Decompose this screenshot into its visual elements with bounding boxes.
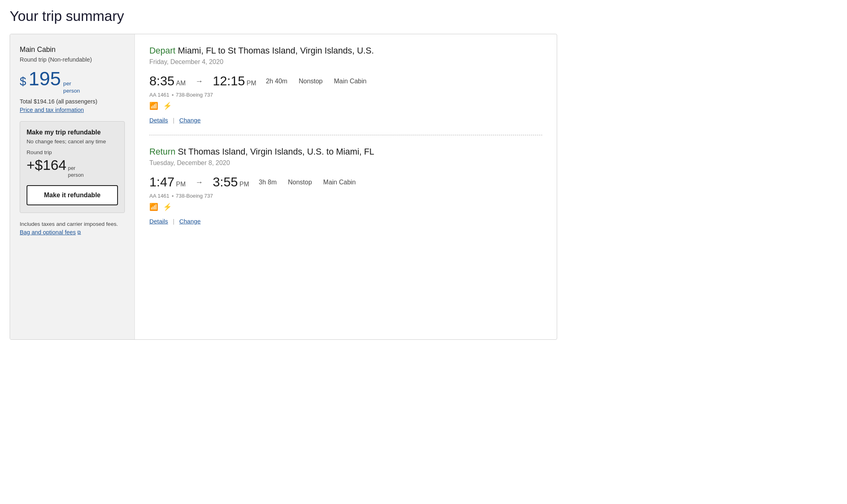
bag-fees-link[interactable]: Bag and optional fees ⧉ [20, 229, 81, 235]
return-flight-section: Return St Thomas Island, Virgin Islands,… [149, 147, 542, 236]
arrive-time-period: PM [247, 80, 256, 87]
refundable-per-person: perperson [68, 165, 84, 178]
return-arrow-icon: → [195, 178, 203, 187]
depart-change-link[interactable]: Change [179, 117, 200, 124]
return-actions: Details | Change [149, 218, 542, 225]
return-date: Tuesday, December 8, 2020 [149, 159, 542, 167]
depart-time-period: AM [176, 80, 186, 87]
refundable-price: +$164 [27, 157, 66, 173]
return-flight-info: AA 1461 738-Boeing 737 [149, 193, 542, 199]
per-person-label: perperson [63, 80, 80, 94]
price-amount: 195 [29, 68, 61, 90]
actions-separator: | [173, 117, 174, 124]
wifi-icon: 📶 [149, 102, 158, 110]
depart-amenities: 📶 ⚡ [149, 102, 542, 110]
refundable-desc: No change fees; cancel any time [27, 138, 118, 145]
depart-flight-section: Depart Miami, FL to St Thomas Island, Vi… [149, 45, 542, 135]
return-arrive-time-value: 3:55 [213, 175, 238, 190]
return-aircraft: 738-Boeing 737 [176, 193, 213, 199]
return-flight-header: Return St Thomas Island, Virgin Islands,… [149, 147, 542, 157]
return-cabin: Main Cabin [323, 179, 356, 186]
return-stops: Nonstop [288, 179, 312, 186]
depart-stops: Nonstop [299, 78, 323, 85]
return-depart-time-value: 1:47 [149, 175, 174, 190]
return-duration: 3h 8m [259, 179, 277, 186]
arrive-time: 12:15 PM [213, 74, 256, 89]
right-panel: Depart Miami, FL to St Thomas Island, Vi… [135, 34, 557, 339]
depart-aircraft: 738-Boeing 737 [176, 92, 213, 98]
depart-duration: 2h 40m [266, 78, 287, 85]
arrow-icon: → [195, 77, 203, 86]
return-arrive-period: PM [240, 181, 249, 188]
depart-time-value: 8:35 [149, 74, 174, 89]
price-row: $ 195 perperson [20, 68, 125, 94]
refundable-title: Make my trip refundable [27, 129, 118, 136]
total-price: Total $194.16 (all passengers) [20, 98, 125, 105]
return-change-link[interactable]: Change [179, 218, 200, 225]
price-tax-link[interactable]: Price and tax information [20, 107, 84, 113]
return-flight-number: AA 1461 [149, 193, 169, 199]
return-arrive-time: 3:55 PM [213, 175, 249, 190]
return-flight-meta: 3h 8m Nonstop Main Cabin [259, 179, 356, 186]
price-dollar: $ [20, 75, 26, 88]
return-amenities: 📶 ⚡ [149, 203, 542, 211]
refundable-trip-type: Round trip [27, 149, 118, 155]
depart-actions: Details | Change [149, 117, 542, 124]
return-direction: Return [149, 147, 178, 157]
depart-route: Miami, FL to St Thomas Island, Virgin Is… [178, 45, 374, 56]
refundable-price-row: +$164 perperson [27, 157, 118, 178]
return-depart-period: PM [176, 181, 186, 188]
depart-flight-number: AA 1461 [149, 92, 169, 98]
depart-flight-meta: 2h 40m Nonstop Main Cabin [266, 78, 367, 85]
depart-direction: Depart [149, 45, 178, 56]
left-panel: Main Cabin Round trip (Non-refundable) $… [10, 34, 135, 339]
page-title: Your trip summary [10, 8, 837, 24]
return-depart-time: 1:47 PM [149, 175, 186, 190]
return-actions-separator: | [173, 218, 174, 225]
taxes-note: Includes taxes and carrier imposed fees. [20, 221, 125, 227]
cabin-label: Main Cabin [20, 45, 125, 54]
make-refundable-button[interactable]: Make it refundable [27, 185, 118, 205]
return-power-icon: ⚡ [163, 203, 172, 211]
separator [172, 94, 174, 96]
arrive-time-value: 12:15 [213, 74, 245, 89]
depart-flight-info: AA 1461 738-Boeing 737 [149, 92, 542, 98]
depart-date: Friday, December 4, 2020 [149, 58, 542, 66]
return-wifi-icon: 📶 [149, 203, 158, 211]
depart-time: 8:35 AM [149, 74, 186, 89]
bag-fees-external-icon: ⧉ [77, 229, 81, 235]
return-details-link[interactable]: Details [149, 218, 168, 225]
refundable-box: Make my trip refundable No change fees; … [20, 121, 125, 213]
separator [172, 195, 174, 197]
depart-flight-header: Depart Miami, FL to St Thomas Island, Vi… [149, 45, 542, 56]
trip-type-label: Round trip (Non-refundable) [20, 56, 125, 63]
return-route: St Thomas Island, Virgin Islands, U.S. t… [178, 147, 374, 157]
trip-card: Main Cabin Round trip (Non-refundable) $… [10, 34, 557, 340]
depart-times: 8:35 AM → 12:15 PM 2h 40m Nonstop Main C… [149, 74, 542, 89]
depart-details-link[interactable]: Details [149, 117, 168, 124]
depart-cabin: Main Cabin [334, 78, 367, 85]
return-times: 1:47 PM → 3:55 PM 3h 8m Nonstop Main Cab… [149, 175, 542, 190]
power-icon: ⚡ [163, 102, 172, 110]
